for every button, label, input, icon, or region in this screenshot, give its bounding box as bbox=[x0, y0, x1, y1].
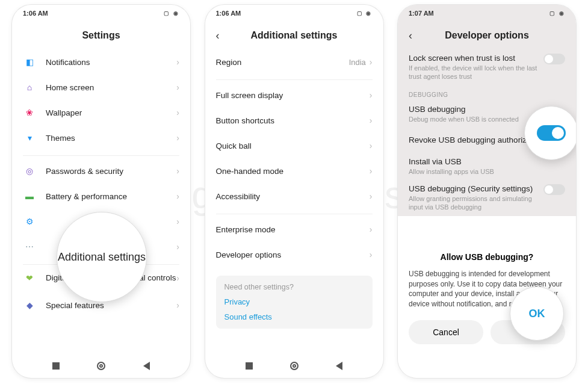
row-home-screen[interactable]: ⌂ Home screen › bbox=[23, 75, 179, 100]
page-title: Settings bbox=[82, 30, 120, 41]
more-icon: ⋯ bbox=[23, 242, 36, 252]
row-region[interactable]: Region India › bbox=[216, 49, 373, 75]
row-label: Special features bbox=[46, 301, 176, 310]
divider bbox=[23, 155, 179, 156]
chevron-right-icon: › bbox=[370, 166, 373, 176]
link-sound-effects[interactable]: Sound effects bbox=[224, 312, 364, 321]
magnified-text: Additional settings bbox=[58, 251, 146, 264]
row-label: Enterprise mode bbox=[216, 225, 370, 234]
status-bar: 1:06 AM ▢ ◉ bbox=[12, 5, 190, 22]
link-privacy[interactable]: Privacy bbox=[224, 297, 364, 306]
chevron-right-icon: › bbox=[370, 191, 373, 201]
page-title: Developer options bbox=[445, 30, 529, 41]
security-icon: ◎ bbox=[23, 166, 36, 176]
status-icons: ▢ ◉ bbox=[357, 10, 373, 16]
chevron-right-icon: › bbox=[176, 166, 179, 176]
clock: 1:06 AM bbox=[216, 10, 241, 17]
row-label: Quick ball bbox=[216, 141, 370, 150]
status-bar: 1:07 AM ▢ ◉ bbox=[398, 5, 576, 22]
nav-back-icon[interactable] bbox=[143, 362, 150, 370]
chevron-right-icon: › bbox=[176, 300, 179, 310]
row-passwords-security[interactable]: ◎ Passwords & security › bbox=[23, 158, 179, 184]
header: Settings bbox=[12, 22, 190, 49]
row-label: One-handed mode bbox=[216, 167, 370, 176]
row-label: USB debugging (Security settings) bbox=[409, 184, 543, 193]
row-label: Passwords & security bbox=[46, 167, 176, 176]
row-lock-screen-trust[interactable]: Lock screen when trust is lost If enable… bbox=[409, 49, 565, 85]
page-title: Additional settings bbox=[251, 30, 338, 41]
toggle-usb-security[interactable] bbox=[543, 184, 565, 195]
toggle-usb-debugging[interactable] bbox=[537, 125, 566, 141]
row-quick-ball[interactable]: Quick ball › bbox=[216, 133, 373, 158]
divider bbox=[216, 214, 373, 214]
themes-icon: ▾ bbox=[23, 133, 36, 143]
status-icons: ▢ ◉ bbox=[549, 10, 565, 16]
chevron-right-icon: › bbox=[370, 141, 373, 150]
nav-recent-icon[interactable] bbox=[246, 362, 253, 370]
phone-additional-settings: 1:06 AM ▢ ◉ ‹ Additional settings Region… bbox=[205, 5, 383, 378]
nav-recent-icon[interactable] bbox=[52, 362, 60, 370]
phone-developer-options: 1:07 AM ▢ ◉ ‹ Developer options Lock scr… bbox=[398, 5, 576, 378]
magnifier-additional-settings: Additional settings bbox=[57, 212, 147, 302]
row-developer-options[interactable]: Developer options › bbox=[216, 242, 373, 267]
row-enterprise-mode[interactable]: Enterprise mode › bbox=[216, 217, 373, 242]
ok-label: OK bbox=[529, 308, 545, 320]
chevron-right-icon: › bbox=[176, 133, 179, 143]
row-label: Button shortcuts bbox=[216, 116, 370, 125]
row-label: Themes bbox=[46, 134, 176, 143]
magnifier-usb-toggle bbox=[524, 106, 576, 160]
row-label: Lock screen when trust is lost bbox=[409, 54, 543, 63]
row-label: Battery & performance bbox=[46, 192, 176, 201]
nav-back-icon[interactable] bbox=[336, 362, 342, 370]
chevron-right-icon: › bbox=[370, 116, 373, 125]
row-subtitle: If enabled, the device will lock when th… bbox=[409, 64, 543, 81]
section-debugging: DEBUGGING bbox=[409, 85, 565, 101]
row-button-shortcuts[interactable]: Button shortcuts › bbox=[216, 108, 373, 133]
row-themes[interactable]: ▾ Themes › bbox=[23, 125, 179, 150]
battery-icon: ▬ bbox=[23, 191, 36, 201]
chevron-right-icon: › bbox=[370, 250, 373, 259]
row-label: Full screen display bbox=[216, 91, 370, 100]
status-bar: 1:06 AM ▢ ◉ bbox=[205, 5, 383, 22]
row-notifications[interactable]: ◧ Notifications › bbox=[23, 49, 179, 75]
back-button[interactable]: ‹ bbox=[216, 29, 220, 42]
clock: 1:07 AM bbox=[409, 10, 434, 17]
chevron-right-icon: › bbox=[176, 108, 179, 117]
chevron-right-icon: › bbox=[176, 191, 179, 201]
wellbeing-icon: ❤ bbox=[23, 273, 36, 283]
row-full-screen-display[interactable]: Full screen display › bbox=[216, 82, 373, 108]
row-label: Home screen bbox=[46, 83, 176, 92]
row-one-handed-mode[interactable]: One-handed mode › bbox=[216, 158, 373, 184]
notifications-icon: ◧ bbox=[23, 57, 36, 67]
nav-home-icon[interactable] bbox=[290, 362, 299, 370]
row-accessibility[interactable]: Accessibility › bbox=[216, 184, 373, 209]
row-label: Developer options bbox=[216, 250, 370, 259]
row-usb-debugging-security[interactable]: USB debugging (Security settings) Allow … bbox=[409, 180, 565, 216]
footer-question: Need other settings? bbox=[224, 283, 364, 291]
divider bbox=[216, 79, 373, 80]
row-battery[interactable]: ▬ Battery & performance › bbox=[23, 184, 179, 209]
nav-home-icon[interactable] bbox=[97, 362, 105, 370]
header: ‹ Additional settings bbox=[205, 22, 383, 49]
chevron-right-icon: › bbox=[370, 224, 373, 234]
magnifier-ok-button: OK bbox=[510, 286, 564, 341]
toggle-lock-trust[interactable] bbox=[543, 54, 565, 64]
chevron-right-icon: › bbox=[176, 273, 179, 283]
chevron-right-icon: › bbox=[176, 217, 179, 226]
row-subtitle: Allow installing apps via USB bbox=[409, 167, 565, 176]
back-button[interactable]: ‹ bbox=[409, 29, 412, 42]
chevron-right-icon: › bbox=[176, 82, 179, 92]
clock: 1:06 AM bbox=[23, 10, 48, 17]
row-label: Accessibility bbox=[216, 192, 370, 201]
header: ‹ Developer options bbox=[398, 22, 576, 49]
special-icon: ◆ bbox=[23, 300, 36, 310]
wallpaper-icon: ❀ bbox=[23, 108, 36, 117]
nav-bar bbox=[205, 354, 383, 378]
cancel-button[interactable]: Cancel bbox=[409, 320, 483, 344]
chevron-right-icon: › bbox=[370, 57, 373, 67]
status-icons: ▢ ◉ bbox=[164, 10, 179, 16]
row-value: India bbox=[349, 58, 366, 67]
gear-icon: ⚙ bbox=[23, 217, 36, 226]
row-label: Notifications bbox=[46, 58, 176, 67]
row-wallpaper[interactable]: ❀ Wallpaper › bbox=[23, 100, 179, 125]
